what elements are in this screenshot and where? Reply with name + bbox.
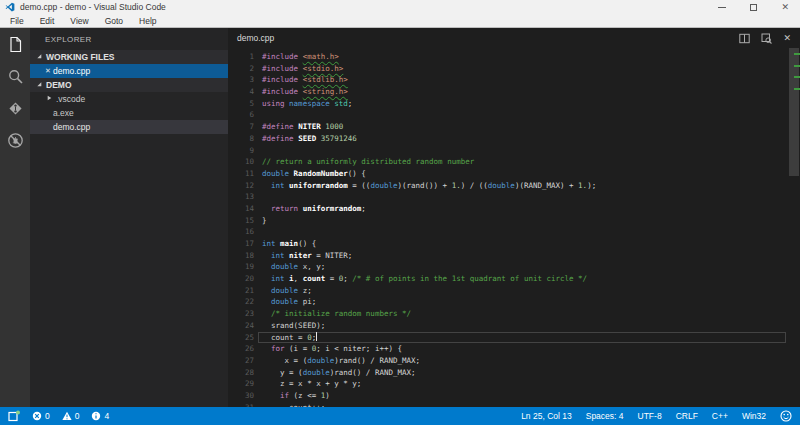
code-line[interactable]: 19 double x, y; [228,261,800,273]
menu-edit[interactable]: Edit [32,16,63,26]
line-number: 18 [228,250,254,262]
code-line[interactable]: 13 [228,191,800,203]
code-line[interactable]: 5using namespace std; [228,98,800,110]
code-line[interactable]: 15} [228,215,800,227]
code-line[interactable]: 7#define NITER 1000 [228,121,800,133]
file-label: a.exe [53,108,74,118]
overview-mark [794,65,800,67]
overview-mark [794,88,800,90]
file-label: .vscode [56,94,85,104]
line-number: 25 [228,332,254,344]
editor-title-bar: demo.cpp ✕ [228,28,800,48]
line-number: 21 [228,285,254,297]
code-line[interactable]: 8#define SEED 35791246 [228,133,800,145]
line-number: 30 [228,390,254,402]
indentation[interactable]: Spaces: 4 [586,411,624,421]
editor-group: demo.cpp ✕ 1#include <math.h>2#include <… [228,28,800,407]
menu-view[interactable]: View [62,16,96,26]
language-mode[interactable]: C++ [712,411,728,421]
overview-mark [794,76,800,78]
eol[interactable]: CRLF [676,411,698,421]
code-line[interactable]: 9 [228,145,800,157]
scrollbar-thumb[interactable] [789,48,799,176]
line-text: double pi; [262,296,316,308]
close-editor-icon[interactable]: ✕ [783,33,791,44]
menu-goto[interactable]: Goto [97,16,131,26]
code-line[interactable]: 14 return uniformrandom; [228,203,800,215]
feedback-smiley-icon[interactable] [780,410,792,422]
line-text: #define NITER 1000 [262,121,343,133]
tree-file-demo-cpp[interactable]: demo.cpp [30,120,228,134]
code-line[interactable]: 28 y = (double)rand() / RAND_MAX; [228,367,800,379]
code-line[interactable]: 16 [228,226,800,238]
line-text: double x, y; [262,261,325,273]
preview-icon[interactable] [761,33,772,44]
working-file-item[interactable]: ✕demo.cpp [30,64,228,78]
code-line[interactable]: 11double RandomNumber() { [228,168,800,180]
code-line[interactable]: 17int main() { [228,238,800,250]
vscode-logo [5,2,15,12]
encoding[interactable]: UTF-8 [638,411,662,421]
info-count[interactable]: 4 [91,411,109,421]
code-line[interactable]: 26 for (i = 0; i < niter; i++) { [228,343,800,355]
code-line[interactable]: 3#include <stdlib.h> [228,74,800,86]
vscode-window: demo.cpp - demo - Visual Studio Code ✕ F… [0,0,800,425]
working-files-header[interactable]: WORKING FILES [30,50,228,64]
git-icon[interactable] [7,100,24,117]
code-line[interactable]: 20 int i, count = 0; /* # of points in t… [228,273,800,285]
tree-file-a-exe[interactable]: a.exe [30,106,228,120]
debug-icon[interactable] [7,132,24,149]
code-line[interactable]: 6 [228,109,800,121]
title-bar[interactable]: demo.cpp - demo - Visual Studio Code ✕ [0,0,800,14]
line-number: 29 [228,378,254,390]
files-icon[interactable] [7,36,24,53]
code-line[interactable]: 27 x = (double)rand() / RAND_MAX; [228,355,800,367]
line-number: 19 [228,261,254,273]
code-line[interactable]: 10// return a uniformly distributed rand… [228,156,800,168]
explorer-title: EXPLORER [30,28,228,50]
search-icon[interactable] [7,68,24,85]
line-text: int niter = NITER; [262,250,352,262]
code-line[interactable]: 31 count++; [228,402,800,407]
warning-count[interactable]: 0 [62,411,80,421]
line-text: #define SEED 35791246 [262,133,357,145]
code-line[interactable]: 18 int niter = NITER; [228,250,800,262]
code-line[interactable]: 12 int uniformrandom = ((double)(rand())… [228,180,800,192]
line-number: 7 [228,121,254,133]
maximize-button[interactable] [750,4,757,11]
app-status-icon[interactable] [8,410,20,422]
line-text: for (i = 0; i < niter; i++) { [262,343,402,355]
line-text: using namespace std; [262,98,352,110]
editor-scrollbar[interactable] [788,48,800,407]
code-line[interactable]: 30 if (z <= 1) [228,390,800,402]
close-window-button[interactable]: ✕ [781,2,789,12]
line-text: int uniformrandom = ((double)(rand()) + … [262,180,596,192]
line-number: 11 [228,168,254,180]
menu-help[interactable]: Help [131,16,164,26]
overview-mark [794,53,800,55]
line-text: double RandomNumber() { [262,168,366,180]
line-text: count = 0; [262,332,317,344]
code-line[interactable]: 24 srand(SEED); [228,320,800,332]
error-count[interactable]: 0 [32,411,50,421]
code-line[interactable]: 1#include <math.h> [228,51,800,63]
tree-folder--vscode[interactable]: .vscode [30,92,228,106]
folder-header[interactable]: DEMO [30,78,228,92]
code-line[interactable]: 21 double z; [228,285,800,297]
cursor-position[interactable]: Ln 25, Col 13 [521,411,572,421]
line-number: 16 [228,226,254,238]
minimize-button[interactable] [718,7,726,8]
code-line[interactable]: 23 /* initialize random numbers */ [228,308,800,320]
menu-file[interactable]: File [2,16,32,26]
code-line[interactable]: 22 double pi; [228,296,800,308]
chevron-expanded-icon [35,52,46,62]
close-icon[interactable]: ✕ [45,67,53,75]
code-line[interactable]: 2#include <stdio.h> [228,63,800,75]
code-line[interactable]: 4#include <string.h> [228,86,800,98]
split-editor-icon[interactable] [739,33,750,44]
code-area[interactable]: 1#include <math.h>2#include <stdio.h>3#i… [228,48,800,407]
line-number: 1 [228,51,254,63]
platform[interactable]: Win32 [742,411,766,421]
code-line[interactable]: 25 count = 0; [228,332,800,344]
code-line[interactable]: 29 z = x * x + y * y; [228,378,800,390]
